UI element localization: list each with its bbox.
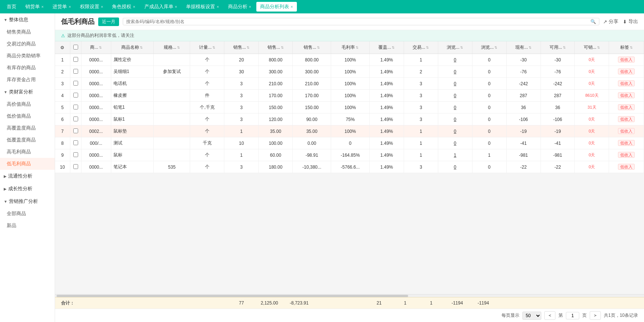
- row-checkbox[interactable]: [73, 164, 78, 169]
- footer-view1: 1: [392, 300, 418, 306]
- col-header-sales_profit[interactable]: 销售...⇅: [293, 41, 331, 54]
- row-checkbox[interactable]: [73, 93, 78, 98]
- nav-item-产成品入库单[interactable]: 产成品入库单×: [141, 2, 181, 12]
- nav-item-角色授权[interactable]: 角色授权×: [108, 2, 139, 12]
- per-page-label: 每页显示: [502, 312, 519, 319]
- col-header-view2[interactable]: 浏览...⇅: [472, 41, 506, 54]
- nav-close-icon[interactable]: ×: [175, 4, 177, 9]
- chevron-icon: ▼: [4, 200, 7, 204]
- view1-link[interactable]: 0: [454, 129, 456, 134]
- col-header-sales_price[interactable]: 销售...⇅: [259, 41, 293, 54]
- nav-item-商品分析列表[interactable]: 商品分析列表×: [256, 2, 297, 12]
- row-view2: 0: [472, 125, 506, 137]
- search-input[interactable]: [126, 19, 590, 24]
- sidebar-item-新品[interactable]: 新品: [0, 220, 55, 232]
- row-checkbox-cell: [70, 137, 81, 149]
- nav-close-icon[interactable]: ×: [41, 4, 44, 9]
- date-filter-button[interactable]: 近一月: [98, 17, 119, 26]
- sidebar-group-流通性分析[interactable]: ▶流通性分析: [0, 170, 55, 182]
- row-checkbox-cell: [70, 66, 81, 78]
- sidebar: ▼整体信息销售类商品交易过的商品商品分类助销率有库存的商品库存资金占用▼类财富分…: [0, 13, 55, 322]
- prev-page-button[interactable]: ＜: [544, 311, 555, 320]
- row-view1: 0: [438, 102, 472, 114]
- nav-close-icon[interactable]: ×: [217, 4, 219, 9]
- nav-close-icon[interactable]: ×: [249, 4, 251, 9]
- row-checkbox[interactable]: [73, 128, 78, 133]
- select-all-checkbox[interactable]: [73, 45, 78, 50]
- sidebar-item-高价值商品[interactable]: 高价值商品: [0, 98, 55, 110]
- nav-close-icon[interactable]: ×: [291, 4, 293, 9]
- col-header-coverage[interactable]: 覆盖...⇅: [369, 41, 404, 54]
- sidebar-item-高覆盖度商品[interactable]: 高覆盖度商品: [0, 122, 55, 134]
- next-page-button[interactable]: ＞: [590, 311, 601, 320]
- row-available: -30: [541, 54, 575, 66]
- nav-item-权限设置[interactable]: 权限设置×: [76, 2, 107, 12]
- sidebar-item-低覆盖度商品[interactable]: 低覆盖度商品: [0, 134, 55, 146]
- sidebar-item-销售类商品[interactable]: 销售类商品: [0, 26, 55, 38]
- nav-item-首页[interactable]: 首页: [3, 2, 20, 12]
- col-header-saleable[interactable]: 可销...⇅: [575, 41, 609, 54]
- view1-link[interactable]: 0: [454, 141, 456, 146]
- col-header-code[interactable]: 商...⇅: [81, 41, 111, 54]
- col-header-current[interactable]: 现有...⇅: [506, 41, 541, 54]
- sidebar-item-库存资金占用[interactable]: 库存资金占用: [0, 74, 55, 86]
- row-sales-qty: 3: [224, 78, 259, 90]
- share-button[interactable]: ↗ 分享: [603, 18, 618, 25]
- row-sales-qty: 3: [224, 161, 259, 173]
- col-header-sales_qty[interactable]: 销售...⇅: [224, 41, 259, 54]
- row-sales-price: 170.00: [259, 90, 293, 102]
- row-checkbox[interactable]: [73, 117, 78, 121]
- sidebar-item-有库存的商品[interactable]: 有库存的商品: [0, 62, 55, 74]
- col-header-name[interactable]: 商品名称⇅: [111, 41, 153, 54]
- settings-icon[interactable]: ⚙: [60, 45, 64, 50]
- col-header-gross_margin[interactable]: 毛利率⇅: [331, 41, 370, 54]
- view1-link[interactable]: 0: [454, 105, 456, 110]
- view1-link[interactable]: 0: [454, 117, 456, 122]
- nav-close-icon[interactable]: ×: [68, 4, 71, 9]
- col-header-tag[interactable]: 标签⇅: [609, 41, 644, 54]
- row-checkbox[interactable]: [73, 152, 78, 157]
- sidebar-item-交易过的商品[interactable]: 交易过的商品: [0, 38, 55, 50]
- view1-link[interactable]: 0: [454, 81, 456, 86]
- share-icon: ↗: [603, 19, 607, 25]
- row-view2: 0: [472, 114, 506, 125]
- export-button[interactable]: ⬇ 导出: [623, 18, 638, 25]
- col-header-spec[interactable]: 规格...⇅: [154, 41, 190, 54]
- tag-badge: 低收入: [618, 80, 635, 86]
- row-checkbox[interactable]: [73, 105, 78, 109]
- view1-link[interactable]: 1: [454, 153, 456, 158]
- row-sales-price: 60.00: [259, 149, 293, 161]
- sidebar-group-整体信息[interactable]: ▼整体信息: [0, 13, 55, 26]
- nav-item-销货单[interactable]: 销货单×: [22, 2, 47, 12]
- nav-item-进货单[interactable]: 进货单×: [49, 2, 74, 12]
- col-header-trade[interactable]: 交易...⇅: [404, 41, 438, 54]
- sidebar-item-低价值商品[interactable]: 低价值商品: [0, 110, 55, 122]
- view1-link[interactable]: 0: [454, 69, 456, 74]
- view1-link[interactable]: 0: [454, 93, 456, 98]
- nav-item-单据模板设置[interactable]: 单据模板设置×: [182, 2, 222, 12]
- nav-close-icon[interactable]: ×: [133, 4, 135, 9]
- sidebar-item-低毛利商品[interactable]: 低毛利商品: [0, 158, 55, 170]
- row-checkbox[interactable]: [73, 57, 78, 62]
- row-checkbox[interactable]: [73, 140, 78, 145]
- row-num: 3: [55, 78, 70, 90]
- row-coverage: 1.49%: [369, 54, 404, 66]
- per-page-select[interactable]: 50 20 100: [522, 312, 541, 320]
- sidebar-item-商品分类助销率[interactable]: 商品分类助销率: [0, 50, 55, 62]
- row-spec: [154, 125, 190, 137]
- col-header-available[interactable]: 可用...⇅: [541, 41, 575, 54]
- sidebar-item-全部商品[interactable]: 全部商品: [0, 208, 55, 220]
- row-checkbox[interactable]: [73, 81, 78, 86]
- view1-link[interactable]: 0: [454, 57, 456, 63]
- sidebar-group-成长性分析[interactable]: ▶成长性分析: [0, 182, 55, 195]
- col-header-view1[interactable]: 浏览...⇅: [438, 41, 472, 54]
- sidebar-group-类财富分析[interactable]: ▼类财富分析: [0, 86, 55, 98]
- row-checkbox[interactable]: [73, 69, 78, 74]
- sidebar-item-高毛利商品[interactable]: 高毛利商品: [0, 146, 55, 158]
- col-header-unit[interactable]: 计量...⇅: [190, 41, 224, 54]
- nav-close-icon[interactable]: ×: [101, 4, 103, 9]
- sidebar-group-营销推广分析[interactable]: ▼营销推广分析: [0, 195, 55, 208]
- page-input[interactable]: [566, 312, 579, 319]
- view1-link[interactable]: 0: [454, 165, 456, 170]
- nav-item-商品分析[interactable]: 商品分析×: [224, 2, 255, 12]
